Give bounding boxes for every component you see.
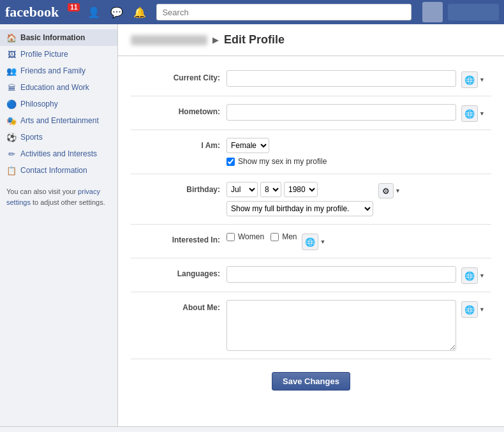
birthday-privacy-arrow[interactable]: ▼: [395, 188, 401, 194]
sidebar-item-activities-interests[interactable]: ✏ Activities and Interests: [0, 145, 117, 162]
sidebar-item-friends-family[interactable]: 👥 Friends and Family: [0, 63, 117, 79]
birthday-row: Birthday: JanFebMarApr MayJunJulAug SepO…: [131, 174, 491, 225]
current-city-row: Current City: 🌐 ▼: [131, 63, 491, 96]
sports-icon: ⚽: [6, 132, 17, 142]
men-label[interactable]: Men: [271, 232, 297, 241]
birthday-year-select[interactable]: 1980: [284, 182, 318, 197]
current-city-privacy-arrow[interactable]: ▼: [479, 77, 485, 83]
interested-checkboxes: Women Men: [226, 232, 297, 241]
interested-in-label: Interested In:: [131, 232, 220, 244]
save-changes-button[interactable]: Save Changes: [272, 372, 350, 391]
show-sex-text: Show my sex in my profile: [238, 157, 327, 166]
current-city-field: 🌐 ▼: [226, 70, 491, 88]
women-text: Women: [238, 232, 264, 241]
activities-icon: ✏: [6, 149, 17, 159]
interested-in-row: Interested In: Women Men: [131, 225, 491, 258]
languages-label: Languages:: [131, 266, 220, 278]
languages-privacy-col: 🌐 ▼: [461, 267, 485, 284]
privacy-note: You can also visit your privacy settings…: [0, 179, 117, 215]
notifications-icon[interactable]: 🔔: [131, 4, 149, 21]
interested-privacy-arrow[interactable]: ▼: [320, 239, 325, 245]
about-me-privacy-col: 🌐 ▼: [461, 301, 485, 318]
hometown-label: Hometown:: [131, 104, 220, 116]
show-sex-label[interactable]: Show my sex in my profile: [226, 157, 491, 166]
about-me-label: About Me:: [131, 300, 220, 312]
hometown-privacy-arrow[interactable]: ▼: [479, 110, 485, 117]
about-me-privacy-arrow[interactable]: ▼: [479, 306, 485, 313]
profile-picture-icon: 🖼: [6, 49, 17, 59]
top-navigation: facebook 11 👤 💬 🔔: [0, 0, 504, 24]
current-city-input-row: 🌐 ▼: [226, 70, 491, 88]
i-am-label: I Am:: [131, 138, 220, 150]
arrow-separator: ▶: [212, 35, 219, 45]
sidebar-item-sports[interactable]: ⚽ Sports: [0, 129, 117, 145]
interested-privacy-icon[interactable]: 🌐: [302, 234, 318, 250]
women-checkbox[interactable]: [226, 233, 235, 241]
interested-in-field: Women Men 🌐 ▼: [226, 232, 491, 250]
languages-field: 🌐 ▼: [226, 266, 491, 284]
sidebar-item-label: Contact Information: [20, 166, 87, 175]
current-city-label: Current City:: [131, 70, 220, 82]
sidebar-item-philosophy[interactable]: 🔵 Philosophy: [0, 96, 117, 112]
page-header: ▶ Edit Profile: [118, 24, 504, 56]
footer: Facebook © 2012 · English (US) About · A…: [0, 426, 504, 432]
birthday-month-select[interactable]: JanFebMarApr MayJunJulAug SepOctNovDec: [226, 182, 258, 197]
languages-input[interactable]: [226, 266, 456, 283]
sidebar-item-basic-information[interactable]: 🏠 Basic Information: [0, 29, 117, 46]
hometown-privacy: 🌐 ▼: [461, 105, 485, 122]
about-me-privacy-icon[interactable]: 🌐: [461, 301, 478, 318]
languages-row: Languages: 🌐 ▼: [131, 258, 491, 292]
languages-input-row: 🌐 ▼: [226, 266, 491, 284]
sidebar-item-label: Friends and Family: [20, 66, 85, 75]
sidebar-item-label: Sports: [20, 133, 43, 142]
show-sex-checkbox[interactable]: [226, 158, 235, 166]
sidebar-item-contact-information[interactable]: 📋 Contact Information: [0, 162, 117, 179]
save-row: Save Changes: [131, 359, 491, 397]
current-city-input[interactable]: [226, 70, 456, 87]
profile-name-blurred: [131, 35, 207, 45]
search-bar[interactable]: [156, 4, 411, 20]
i-am-row: I Am: Female Male Show my sex in my prof…: [131, 130, 491, 174]
languages-privacy-arrow[interactable]: ▼: [479, 272, 485, 279]
languages-privacy-icon[interactable]: 🌐: [461, 267, 478, 284]
current-city-privacy: 🌐 ▼: [461, 71, 485, 88]
i-am-field: Female Male Show my sex in my profile: [226, 138, 491, 166]
sidebar-item-profile-picture[interactable]: 🖼 Profile Picture: [0, 46, 117, 63]
friend-requests-icon[interactable]: 👤: [85, 4, 103, 21]
hometown-field: 🌐 ▼: [226, 104, 491, 122]
current-city-privacy-icon[interactable]: 🌐: [461, 71, 478, 88]
messages-icon[interactable]: 💬: [108, 4, 126, 21]
search-input[interactable]: [156, 4, 411, 20]
hometown-input-row: 🌐 ▼: [226, 104, 491, 122]
page-wrapper: 🏠 Basic Information 🖼 Profile Picture 👥 …: [0, 24, 504, 426]
sidebar-item-education-work[interactable]: 🏛 Education and Work: [0, 79, 117, 96]
sidebar-item-label: Activities and Interests: [20, 149, 97, 158]
hometown-input[interactable]: [226, 104, 456, 121]
birthday-privacy-gear-icon[interactable]: ⚙: [378, 183, 394, 198]
privacy-settings-link[interactable]: privacy settings: [6, 188, 100, 206]
birthday-show-select-row: Show my full birthday in my profile. Sho…: [226, 201, 373, 216]
about-me-input-row: 🌐 ▼: [226, 300, 491, 351]
friends-family-icon: 👥: [6, 66, 17, 76]
men-checkbox[interactable]: [271, 233, 279, 241]
i-am-select[interactable]: Female Male: [226, 138, 269, 153]
hometown-privacy-icon[interactable]: 🌐: [461, 105, 478, 122]
birthday-date-selects: JanFebMarApr MayJunJulAug SepOctNovDec 8…: [226, 182, 373, 197]
birthday-show-select[interactable]: Show my full birthday in my profile. Sho…: [226, 201, 373, 216]
women-label[interactable]: Women: [226, 232, 264, 241]
birthday-day-select[interactable]: 8: [260, 182, 281, 197]
interested-in-input-row: Women Men 🌐 ▼: [226, 232, 491, 250]
sidebar-item-arts-entertainment[interactable]: 🎭 Arts and Entertainment: [0, 112, 117, 129]
contact-icon: 📋: [6, 165, 17, 175]
sidebar-item-label: Profile Picture: [20, 50, 68, 59]
sidebar-item-label: Arts and Entertainment: [20, 116, 99, 125]
form-area: Current City: 🌐 ▼ Hometown:: [118, 56, 504, 410]
interested-privacy-col: 🌐 ▼: [302, 234, 325, 250]
education-work-icon: 🏛: [6, 82, 17, 93]
user-avatar: [422, 2, 443, 22]
sidebar-item-label: Education and Work: [20, 83, 89, 92]
philosophy-icon: 🔵: [6, 99, 17, 109]
about-me-textarea[interactable]: [226, 300, 456, 351]
birthday-input-row: JanFebMarApr MayJunJulAug SepOctNovDec 8…: [226, 182, 491, 216]
i-am-input-row: Female Male: [226, 138, 491, 153]
